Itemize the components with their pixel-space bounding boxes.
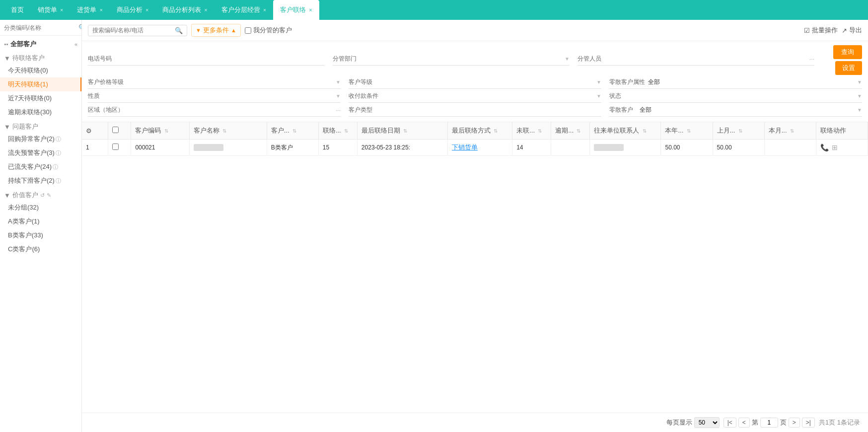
call-icon[interactable]: 📞 — [820, 144, 829, 151]
td-contact-person — [590, 140, 661, 156]
bulk-ops-btn[interactable]: ☑ 批量操作 — [804, 26, 838, 35]
sidebar-search-icon[interactable]: 🔍 — [78, 24, 82, 31]
toolbar-search-icon[interactable]: 🔍 — [175, 27, 183, 34]
my-customer-checkbox[interactable] — [245, 27, 251, 34]
search-input[interactable] — [92, 27, 175, 34]
close-purchase-icon[interactable]: × — [99, 7, 102, 13]
customer-level-arrow-icon[interactable]: ▼ — [596, 79, 601, 85]
th-code: 客户编码 ⇅ — [131, 122, 189, 140]
export-btn[interactable]: ↗ 导出 — [842, 26, 862, 35]
last-month-sort-icon[interactable]: ⇅ — [738, 128, 742, 134]
per-page-select[interactable]: 50 100 200 — [694, 417, 720, 428]
nav-home[interactable]: 首页 — [4, 0, 31, 20]
nav-sales[interactable]: 销货单 × — [31, 0, 70, 20]
th-check — [108, 122, 131, 140]
nav-purchase[interactable]: 进货单 × — [70, 0, 109, 20]
filter-row-1: 电话号码 分管部门 ▼ 分管人员 ··· 查询 设置 — [88, 45, 862, 75]
filter-row-4: 区域（地区） ··· 客户类型 零散客户 全部 ▼ — [88, 106, 862, 117]
next-page-btn[interactable]: > — [789, 418, 800, 428]
filter-dept: 分管部门 ▼ — [333, 55, 570, 66]
sidebar-item-abnormal[interactable]: 回购异常客户(2) ⓘ — [0, 132, 81, 146]
payment-arrow-icon[interactable]: ▼ — [596, 93, 601, 99]
grid-icon[interactable]: ⊞ — [832, 144, 838, 151]
sidebar-item-tomorrow-pending[interactable]: 明天待联络(1) — [0, 77, 81, 91]
filter-row-2: 客户价格等级 ▼ 客户等级 ▼ 零散客户属性 全部 ▼ — [88, 78, 862, 89]
row-checkbox[interactable] — [112, 144, 119, 150]
this-month-sort-icon[interactable]: ⇅ — [790, 128, 794, 134]
table-settings-icon[interactable]: ⚙ — [86, 127, 92, 135]
value-edit-icon[interactable]: ✎ — [47, 192, 51, 199]
last-method-link[interactable]: 下销货单 — [452, 144, 478, 151]
pending-group-label: ▼ 待联络客户 — [0, 51, 81, 64]
all-customers-title: ▪▪ 全部客户 « — [0, 36, 81, 51]
prev-page-btn[interactable]: < — [738, 418, 750, 428]
close-customer-contact-icon[interactable]: × — [309, 7, 312, 13]
sidebar-item-b-class[interactable]: B类客户(33) — [0, 228, 81, 242]
footer: 每页显示 50 100 200 |< < 第 页 > >| 共1页 1条记录 — [82, 413, 868, 432]
sidebar-item-7days-pending[interactable]: 近7天待联络(0) — [0, 91, 81, 105]
contact-person-blurred — [594, 144, 624, 151]
td-overdue — [551, 140, 590, 156]
sidebar-item-declining[interactable]: 持续下滑客户(2) ⓘ — [0, 174, 81, 188]
query-button[interactable]: 查询 — [833, 45, 862, 59]
last-method-sort-icon[interactable]: ⇅ — [494, 128, 498, 134]
unlinkd-sort-icon[interactable]: ⇅ — [538, 128, 542, 134]
filter-actions: 查询 设置 — [822, 45, 862, 75]
toolbar: 🔍 ▼ 更多条件 ▲ 我分管的客户 ☑ 批量操作 ↗ 导出 — [82, 20, 868, 41]
sidebar-item-c-class[interactable]: C类客户(6) — [0, 242, 81, 256]
sidebar-item-overdue-pending[interactable]: 逾期未联络(30) — [0, 105, 81, 119]
close-sales-icon[interactable]: × — [60, 7, 63, 13]
th-last-month: 上月... ⇅ — [713, 122, 764, 140]
filter-customer-type: 客户类型 — [349, 106, 601, 117]
status-arrow-icon[interactable]: ▼ — [857, 93, 862, 99]
nav-customer-contact[interactable]: 客户联络 × — [273, 0, 319, 20]
filter-region: 区域（地区） ··· — [88, 106, 341, 117]
select-all-checkbox[interactable] — [112, 127, 119, 133]
collapse-icon[interactable]: « — [74, 41, 77, 47]
td-name — [189, 140, 267, 156]
region-dots-icon[interactable]: ··· — [336, 107, 341, 114]
close-product-list-icon[interactable]: × — [204, 7, 207, 13]
dept-arrow-icon[interactable]: ▼ — [565, 56, 570, 62]
table-row: 1 000021 B类客户 15 2023-05-23 18:25: — [82, 140, 868, 156]
settings-button[interactable]: 设置 — [835, 61, 862, 75]
page-input[interactable] — [760, 418, 778, 428]
nature-arrow-icon[interactable]: ▼ — [336, 93, 341, 99]
price-level-arrow-icon[interactable]: ▼ — [336, 79, 341, 85]
person-dots-icon[interactable]: ··· — [809, 56, 814, 63]
sidebar-item-warning[interactable]: 流失预警客户(3) ⓘ — [0, 146, 81, 160]
last-page-btn[interactable]: >| — [802, 418, 815, 428]
overdue-sort-icon[interactable]: ⇅ — [577, 128, 580, 134]
th-last-method: 最后联络方式 ⇅ — [448, 122, 512, 140]
td-this-month — [764, 140, 816, 156]
check-square-icon: ☑ — [804, 27, 810, 34]
filter-price-level: 客户价格等级 ▼ — [88, 78, 341, 89]
contact-person-sort-icon[interactable]: ⇅ — [643, 128, 647, 134]
nav-customer-tier[interactable]: 客户分层经营 × — [215, 0, 273, 20]
retail-customer-arrow-icon[interactable]: ▼ — [857, 107, 862, 113]
problem-group-label: ▼ 问题客户 — [0, 119, 81, 132]
sidebar-item-ungrouped[interactable]: 未分组(32) — [0, 201, 81, 215]
name-sort-icon[interactable]: ⇅ — [222, 128, 226, 134]
close-product-analysis-icon[interactable]: × — [145, 7, 148, 13]
retail-attr-arrow-icon[interactable]: ▼ — [857, 79, 862, 85]
sidebar-item-lost[interactable]: 已流失客户(24) ⓘ — [0, 160, 81, 174]
sidebar-item-today-pending[interactable]: 今天待联络(0) — [0, 64, 81, 77]
type-sort-icon[interactable]: ⇅ — [292, 128, 296, 134]
th-contact-person: 往来单位联系人 ⇅ — [590, 122, 661, 140]
last-date-sort-icon[interactable]: ⇅ — [403, 128, 407, 134]
nav-product-list[interactable]: 商品分析列表 × — [155, 0, 214, 20]
sidebar-search-input[interactable] — [4, 24, 78, 31]
this-year-sort-icon[interactable]: ⇅ — [687, 128, 691, 134]
my-customer-checkbox-wrap[interactable]: 我分管的客户 — [245, 26, 292, 35]
close-customer-tier-icon[interactable]: × — [263, 7, 266, 13]
th-action: 联络动作 — [816, 122, 868, 140]
code-sort-icon[interactable]: ⇅ — [164, 128, 168, 134]
contact-sort-icon[interactable]: ⇅ — [344, 128, 348, 134]
more-filter-btn[interactable]: ▼ 更多条件 ▲ — [191, 24, 241, 37]
sidebar-item-a-class[interactable]: A类客户(1) — [0, 215, 81, 228]
value-refresh-icon[interactable]: ↺ — [40, 192, 45, 199]
th-settings: ⚙ — [82, 122, 108, 140]
nav-product-analysis[interactable]: 商品分析 × — [110, 0, 155, 20]
first-page-btn[interactable]: |< — [723, 418, 736, 428]
